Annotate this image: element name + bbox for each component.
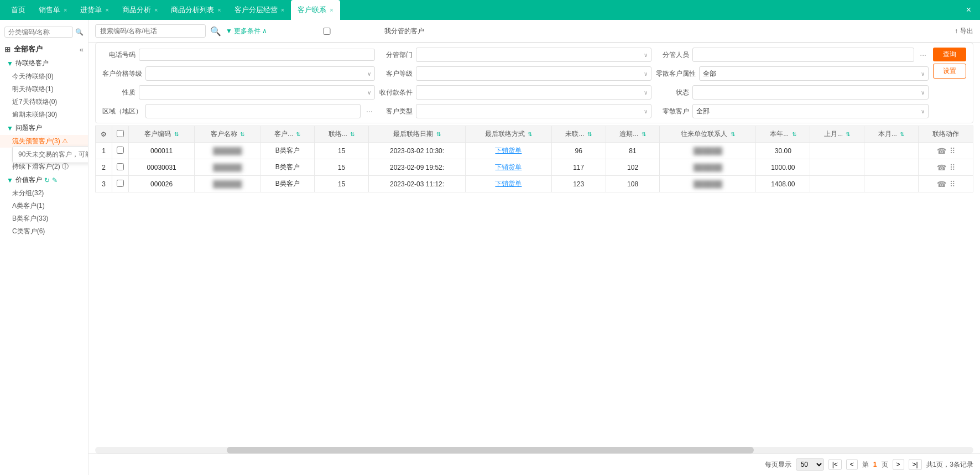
- row3-method-link[interactable]: 下销货单: [495, 180, 522, 187]
- row1-unit-blurred: ██████: [691, 147, 724, 155]
- tab-customer-contact[interactable]: 客户联系 ×: [291, 0, 340, 20]
- horizontal-scrollbar[interactable]: [95, 447, 973, 453]
- th-name[interactable]: 客户名称 ⇅: [195, 126, 260, 143]
- tab-customer-tier[interactable]: 客户分层经营 ×: [228, 0, 291, 20]
- th-uncontacted[interactable]: 未联... ⇅: [551, 126, 606, 143]
- filter-customer-grade-select[interactable]: ∨: [416, 66, 652, 81]
- my-customer-checkbox[interactable]: [272, 28, 382, 35]
- th-overdue[interactable]: 逾期... ⇅: [606, 126, 660, 143]
- filter-region-dots[interactable]: ···: [364, 107, 375, 116]
- sidebar-item-class-a[interactable]: A类客户(1): [0, 200, 88, 212]
- row2-uncontacted: 117: [551, 159, 606, 176]
- settings-button[interactable]: 设置: [933, 64, 966, 79]
- th-settings[interactable]: ⚙: [96, 126, 112, 143]
- tab-customer-contact-close[interactable]: ×: [330, 7, 333, 13]
- row1-checkbox[interactable]: [112, 143, 129, 159]
- sidebar-group-value[interactable]: ▼ 价值客户 ↻ ✎: [0, 173, 88, 187]
- row1-check[interactable]: [117, 147, 124, 154]
- row2-last-method[interactable]: 下销货单: [466, 159, 552, 176]
- filter-person-dots[interactable]: ···: [918, 50, 929, 59]
- next-page-btn[interactable]: >: [893, 459, 904, 470]
- sidebar-item-tomorrow[interactable]: 明天待联络(1): [0, 83, 88, 96]
- th-this-year[interactable]: 本年... ⇅: [756, 126, 810, 143]
- tab-sales[interactable]: 销售单 ×: [32, 0, 74, 20]
- refresh-icon[interactable]: ↻: [44, 176, 50, 184]
- sidebar-item-ungroup[interactable]: 未分组(32): [0, 187, 88, 200]
- sidebar-item-class-c[interactable]: C类客户(6): [0, 225, 88, 238]
- sidebar-search-icon[interactable]: 🔍: [75, 28, 84, 36]
- tab-purchase-close[interactable]: ×: [105, 7, 108, 13]
- search-button[interactable]: 🔍: [210, 26, 221, 36]
- select-all-checkbox[interactable]: [117, 130, 124, 137]
- sidebar-search-input[interactable]: [4, 27, 73, 38]
- filter-nature-select[interactable]: ∨: [139, 85, 375, 100]
- filter-payment-select[interactable]: ∨: [416, 85, 652, 100]
- row2-checkbox[interactable]: [112, 159, 129, 176]
- filter-person-select[interactable]: [692, 48, 914, 62]
- tab-analysis[interactable]: 商品分析 ×: [116, 0, 164, 20]
- tab-purchase[interactable]: 进货单 ×: [74, 0, 115, 20]
- sidebar-item-overdue[interactable]: 逾期未联络(30): [0, 108, 88, 121]
- sidebar-item-7days[interactable]: 近7天待联络(0): [0, 96, 88, 108]
- last-page-btn[interactable]: >|: [909, 459, 922, 470]
- th-unit-contact[interactable]: 往来单位联系人 ⇅: [660, 126, 756, 143]
- row2-method-link[interactable]: 下销货单: [495, 163, 522, 171]
- scrollbar-thumb[interactable]: [227, 447, 754, 453]
- tab-analysis-close[interactable]: ×: [154, 7, 158, 13]
- tab-home[interactable]: 首页: [4, 0, 32, 20]
- th-contact[interactable]: 联络... ⇅: [315, 126, 369, 143]
- per-page-select[interactable]: 50 100 200: [796, 458, 824, 471]
- th-this-month[interactable]: 本月... ⇅: [864, 126, 919, 143]
- row2-name-blurred: ██████: [211, 163, 244, 172]
- sidebar-group-problem[interactable]: ▼ 问题客户: [0, 121, 88, 135]
- edit-icon[interactable]: ✎: [52, 176, 58, 184]
- sidebar-churn-warning-wrapper: 流失预警客户(3) ⚠ 90天未交易的客户，可能有流失风险。: [0, 135, 88, 148]
- th-last-date[interactable]: 最后联络日期 ⇅: [369, 126, 466, 143]
- row2-contact-icon[interactable]: ☎: [937, 163, 946, 172]
- filter-price-grade-select[interactable]: ∨: [145, 66, 375, 81]
- window-close-btn[interactable]: ×: [962, 5, 976, 15]
- first-page-btn[interactable]: |<: [828, 459, 842, 470]
- th-last-method[interactable]: 最后联络方式 ⇅: [466, 126, 552, 143]
- row2-more-icon[interactable]: ⠿: [950, 163, 955, 172]
- row3-more-icon[interactable]: ⠿: [950, 180, 955, 189]
- row1-last-method[interactable]: 下销货单: [466, 143, 552, 159]
- search-input[interactable]: [95, 24, 206, 38]
- filter-scatter-customer-select[interactable]: 全部 ∨: [692, 104, 929, 118]
- filter-dept-select[interactable]: ∨: [416, 48, 652, 62]
- row3-check[interactable]: [117, 180, 124, 187]
- sidebar-collapse-icon[interactable]: «: [80, 45, 84, 54]
- th-code[interactable]: 客户编码 ⇅: [129, 126, 195, 143]
- export-button[interactable]: ↑ 导出: [955, 27, 973, 36]
- sidebar-all-customers[interactable]: ⊞ 全部客户 «: [0, 42, 88, 56]
- sidebar-item-class-b-label: B类客户(33): [12, 215, 48, 222]
- sidebar-item-today[interactable]: 今天待联络(0): [0, 70, 88, 83]
- th-last-month[interactable]: 上月... ⇅: [810, 126, 864, 143]
- filter-phone-input[interactable]: [139, 49, 375, 61]
- prev-page-btn[interactable]: <: [846, 459, 858, 470]
- filter-customer-type-select[interactable]: ∨: [416, 104, 652, 118]
- th-action-label: 联络动作: [932, 130, 959, 138]
- filter-more-btn[interactable]: ▼ 更多条件 ∧: [226, 27, 267, 36]
- tab-sales-close[interactable]: ×: [64, 7, 67, 13]
- filter-nature-field: 性质 ∨: [102, 85, 375, 100]
- row1-method-link[interactable]: 下销货单: [495, 147, 522, 154]
- sidebar-group-pending[interactable]: ▼ 待联络客户: [0, 56, 88, 70]
- row3-last-method[interactable]: 下销货单: [466, 176, 552, 192]
- row1-more-icon[interactable]: ⠿: [950, 147, 955, 155]
- tab-analysis-list-close[interactable]: ×: [217, 7, 221, 13]
- tab-analysis-list[interactable]: 商品分析列表 ×: [164, 0, 227, 20]
- sidebar-item-ungroup-label: 未分组(32): [12, 189, 44, 197]
- row3-contact-icon[interactable]: ☎: [937, 180, 946, 189]
- my-customer-checkbox-label[interactable]: 我分管的客户: [272, 27, 424, 36]
- filter-status-select[interactable]: ∨: [692, 85, 929, 100]
- row3-checkbox[interactable]: [112, 176, 129, 192]
- row1-contact-icon[interactable]: ☎: [937, 147, 946, 155]
- query-button[interactable]: 查询: [933, 48, 966, 61]
- sidebar-item-class-b[interactable]: B类客户(33): [0, 212, 88, 225]
- filter-region-select[interactable]: [145, 104, 361, 118]
- th-type[interactable]: 客户... ⇅: [260, 126, 315, 143]
- tab-customer-tier-close[interactable]: ×: [281, 7, 284, 13]
- filter-scatter-attr-select[interactable]: 全部 ∨: [699, 66, 929, 81]
- row2-check[interactable]: [117, 163, 124, 170]
